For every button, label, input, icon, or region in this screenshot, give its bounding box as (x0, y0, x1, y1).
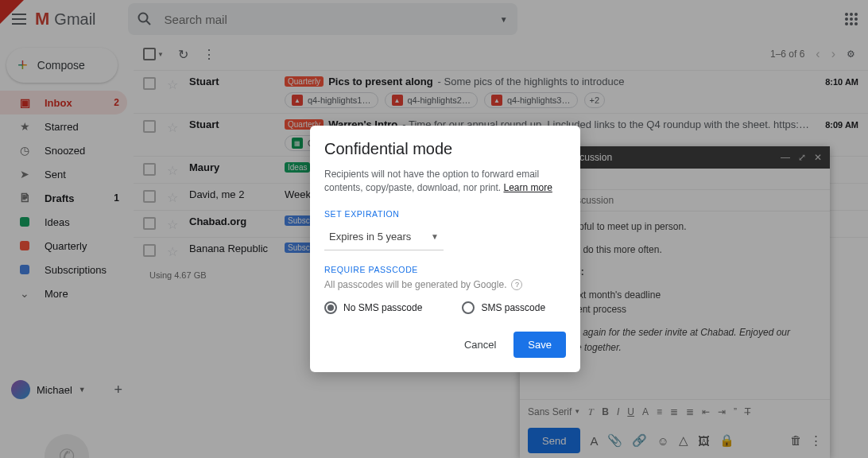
learn-more-link[interactable]: Learn more (503, 182, 552, 193)
expiration-label: SET EXPIRATION (324, 209, 566, 219)
dialog-title: Confidential mode (324, 140, 566, 158)
radio-no-sms[interactable]: No SMS passcode (324, 301, 422, 314)
radio-label: SMS passcode (481, 302, 545, 313)
passcode-label: REQUIRE PASSCODE (324, 265, 566, 274)
radio-label: No SMS passcode (343, 302, 422, 313)
expiration-value: Expires in 5 years (329, 231, 411, 243)
radio-icon (324, 301, 337, 314)
confidential-mode-dialog: Confidential mode Recipients will not ha… (310, 126, 580, 372)
expiration-select[interactable]: Expires in 5 years ▼ (324, 223, 444, 250)
save-button[interactable]: Save (513, 332, 566, 358)
cancel-button[interactable]: Cancel (456, 332, 504, 357)
dialog-description: Recipients will not have the option to f… (324, 168, 566, 195)
radio-icon (462, 301, 475, 314)
radio-sms[interactable]: SMS passcode (462, 301, 545, 314)
chevron-down-icon: ▼ (431, 232, 439, 241)
passcode-note: All passcodes will be generated by Googl… (324, 279, 566, 290)
help-icon[interactable]: ? (511, 279, 522, 290)
